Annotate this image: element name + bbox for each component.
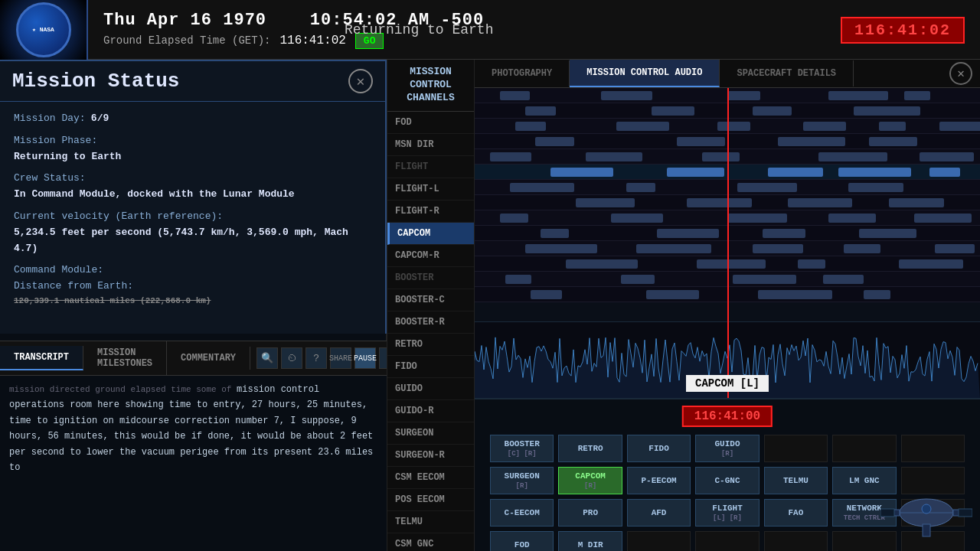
mission-status-title: Mission Status [12, 70, 179, 93]
channel-btn-msn-dir[interactable]: MSN DIR [387, 134, 474, 156]
velocity-label: Current velocity (Earth reference): [14, 209, 371, 225]
audio-close-button[interactable]: ✕ [949, 62, 972, 85]
mission-day-row: Mission Day: 6/9 [14, 111, 371, 127]
channel-btn-pos-eecom[interactable]: POS EECOM [387, 489, 474, 511]
audio-tab-bar: PHOTOGRAPHY MISSION CONTROL AUDIO SPACEC… [475, 60, 980, 88]
crew-status-row: Crew Status: In Command Module, docked w… [14, 171, 371, 203]
spacecraft-graphic [880, 482, 972, 543]
mission-status-header: Mission Status ✕ [0, 61, 385, 102]
ctrl-btn-telmu[interactable]: TELMU [764, 467, 828, 494]
mission-phase-value: Returning to Earth [14, 149, 371, 165]
channel-btn-surgeon-r[interactable]: SURGEON-R [387, 445, 474, 467]
tab-photography[interactable]: PHOTOGRAPHY [475, 60, 570, 86]
cm-sub-label: Distance from Earth: [14, 279, 371, 295]
ctrl-btn-booster[interactable]: BOOSTER[C] [R] [490, 435, 554, 462]
ctrl-btn-afd[interactable]: AFD [627, 499, 691, 527]
tab-commentary[interactable]: COMMENTARY [167, 347, 250, 370]
channel-btn-booster-r[interactable]: BOOSTER-R [387, 311, 474, 334]
channels-header-text: Mission Control Channels [395, 66, 466, 105]
channel-btn-csm-gnc[interactable]: CSM GNC [387, 533, 474, 551]
cm-sub-value: 120,339.1 nautical miles (222,868.0 km) [14, 295, 371, 308]
channel-btn-flight-l[interactable]: FLIGHT-L [387, 178, 474, 201]
ctrl-btn-retro[interactable]: RETRO [558, 435, 622, 462]
channel-btn-surgeon[interactable]: SURGEON [387, 422, 474, 445]
ctrl-btn-empty [832, 435, 896, 462]
channel-btn-retro[interactable]: RETRO [387, 334, 474, 356]
nasa-logo [16, 2, 71, 57]
search-icon-btn[interactable]: 🔍 [256, 347, 278, 369]
help-icon-btn[interactable]: ? [305, 347, 327, 369]
cm-row: Command Module: Distance from Earth: 120… [14, 262, 371, 308]
channel-btn-booster-c[interactable]: BOOSTER-C [387, 289, 474, 311]
channels-panel: Mission Control Channels FODMSN DIRFLIGH… [387, 60, 475, 551]
ctrl-btn-guido[interactable]: GUIDO[R] [695, 435, 759, 462]
channels-header: Mission Control Channels [387, 60, 474, 112]
pause-icon-btn[interactable]: PAUSE [354, 347, 376, 369]
ctrl-btn-fido[interactable]: FIDO [627, 435, 691, 462]
transcript-text-start: mission directed ground elapsed time som… [9, 385, 237, 394]
get-label: Ground Elapsed Time (GET): [103, 34, 270, 47]
cm-label: Command Module: [14, 262, 371, 279]
top-bar: Thu Apr 16 1970 10:54:02 AM -500 Ground … [0, 0, 980, 60]
ctrl-btn-surgeon[interactable]: SURGEON[R] [490, 467, 554, 494]
ctrl-btn-c-gnc[interactable]: C-GNC [695, 467, 759, 494]
tab-transcript[interactable]: TRANSCRIPT [0, 346, 83, 370]
channel-btn-flight[interactable]: FLIGHT [387, 156, 474, 178]
logo-area [0, 0, 88, 60]
channel-btn-guido-r[interactable]: GUIDO-R [387, 400, 474, 422]
channel-btn-booster[interactable]: BOOSTER [387, 267, 474, 289]
tab-milestones[interactable]: MISSION MILESTONES [83, 341, 167, 375]
channel-btn-telmu[interactable]: TELMU [387, 511, 474, 533]
tab-spacecraft-details[interactable]: SPACECRAFT DETAILS [720, 60, 854, 86]
ctrl-btn-c-eecom[interactable]: C-EECOM [490, 499, 554, 527]
channel-btn-fido[interactable]: FIDO [387, 356, 474, 378]
crew-status-value: In Command Module, docked with the Lunar… [14, 187, 371, 203]
svg-point-7 [922, 504, 931, 514]
mission-status-close-button[interactable]: ✕ [348, 69, 373, 93]
mission-phase-label: Mission Phase: [14, 133, 371, 149]
channel-btn-flight-r[interactable]: FLIGHT-R [387, 201, 474, 223]
mission-status-panel: Mission Status ✕ Mission Day: 6/9 Missio… [0, 60, 387, 335]
transcript-tab-bar: TRANSCRIPT MISSION MILESTONES COMMENTARY… [0, 341, 387, 376]
date-text: Thu Apr 16 1970 [103, 11, 266, 30]
ctrl-btn-empty [695, 531, 759, 551]
capcom-label: CAPCOM [L] [686, 375, 769, 392]
ctrl-btn-fod[interactable]: FOD [490, 531, 554, 551]
mission-banner: Returning to Earth 116:41:02 [329, 0, 980, 60]
ctrl-btn-empty [764, 531, 828, 551]
audio-panel: PHOTOGRAPHY MISSION CONTROL AUDIO SPACEC… [475, 60, 980, 551]
tab-mission-control-audio[interactable]: MISSION CONTROL AUDIO [570, 60, 720, 87]
channel-btn-guido[interactable]: GUIDO [387, 378, 474, 400]
bottom-controls: 116:41:00 BOOSTER[C] [R]RETROFIDOGUIDO[R… [475, 398, 980, 551]
channel-btn-fod[interactable]: FOD [387, 112, 474, 134]
ctrl-btn-p-eecom[interactable]: P-EECOM [627, 467, 691, 494]
transcript-panel: TRANSCRIPT MISSION MILESTONES COMMENTARY… [0, 341, 387, 551]
channel-btn-capcom[interactable]: CAPCOM [387, 223, 474, 245]
mission-phase-row: Mission Phase: Returning to Earth [14, 133, 371, 165]
spacecraft-svg [880, 482, 972, 543]
mission-banner-text: Returning to Earth [345, 22, 841, 37]
mission-elapsed-timer: 116:41:02 [841, 17, 965, 44]
channel-btn-capcom-r[interactable]: CAPCOM-R [387, 245, 474, 267]
transcript-content: mission directed ground elapsed time som… [0, 376, 387, 551]
ctrl-btn-empty [764, 435, 828, 462]
ctrl-btn-flight[interactable]: FLIGHT[L] [R] [695, 499, 759, 527]
svg-rect-8 [923, 524, 930, 536]
velocity-value: 5,234.5 feet per second (5,743.7 km/h, 3… [14, 225, 371, 257]
share-icon-btn[interactable]: SHARE [330, 347, 351, 369]
ctrl-btn-empty [627, 531, 691, 551]
mission-status-content: Mission Day: 6/9 Mission Phase: Returnin… [0, 102, 385, 324]
velocity-row: Current velocity (Earth reference): 5,23… [14, 209, 371, 256]
timer-icon-btn[interactable]: ⏲ [281, 347, 302, 369]
channel-btn-csm-eecom[interactable]: CSM EECOM [387, 467, 474, 489]
ctrl-btn-fao[interactable]: FAO [764, 499, 828, 527]
waveform-area: 116:38 116:39 116:40 116:41 116:42 116:4… [475, 88, 980, 398]
mission-day-value: 6/9 [91, 112, 109, 124]
ctrl-btn-capcom[interactable]: CAPCOM[R] [558, 467, 622, 494]
svg-rect-5 [880, 509, 894, 517]
transcript-text-body: mission control operations room here sho… [9, 384, 373, 473]
ctrl-btn-pro[interactable]: PRO [558, 499, 622, 527]
bottom-mission-timer: 116:41:00 [682, 406, 773, 427]
ctrl-btn-m-dir[interactable]: M DIR [558, 531, 622, 551]
ctrl-btn-empty [901, 435, 965, 462]
